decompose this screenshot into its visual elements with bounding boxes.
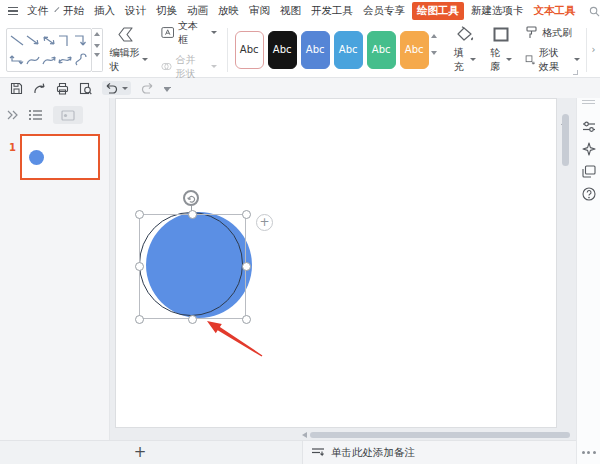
slide-panel-footer: +: [0, 440, 302, 464]
slide-layout-icon[interactable]: [582, 165, 596, 178]
shape-style-preset-3[interactable]: Abc: [301, 31, 330, 69]
fill-button[interactable]: 填充: [447, 26, 483, 74]
thumbnail-view-button[interactable]: [53, 106, 83, 124]
thumbnail-view-icon: [61, 110, 75, 121]
save-button[interactable]: [10, 82, 23, 95]
redo-icon: [141, 82, 154, 94]
tab-home[interactable]: 开始: [60, 3, 87, 19]
resize-handle-n[interactable]: [188, 210, 197, 219]
text-box-icon: [161, 26, 174, 39]
shape-effects-label: 形状效果: [539, 46, 568, 74]
shape-freeform[interactable]: [73, 50, 89, 69]
textbox-merge-group: 文本框 合并形状: [155, 19, 223, 81]
merge-shape-caret-icon: [211, 65, 217, 68]
gallery-scroll-up-icon[interactable]: [94, 32, 100, 36]
tab-new-tab[interactable]: 新建选项卡: [468, 3, 527, 19]
ribbon-expand-button[interactable]: ›: [586, 28, 600, 72]
menu-bar: 文件 开始 插入 设计 切换 动画 放映 审阅 视图 开发工具 会员专享 绘图工…: [0, 0, 600, 22]
quick-add-button[interactable]: +: [256, 214, 273, 231]
sidebar-drag-handle[interactable]: [582, 100, 595, 104]
outline-button[interactable]: 轮廓: [483, 26, 519, 74]
shape-curved-arrow[interactable]: [41, 50, 57, 69]
gallery-more-icon[interactable]: [94, 57, 100, 68]
undo-caret-icon[interactable]: [122, 87, 128, 90]
file-dropdown-icon[interactable]: [54, 7, 59, 12]
canvas-area: +: [110, 98, 576, 440]
hscroll-left-icon[interactable]: [302, 432, 307, 438]
shape-elbow-arrow[interactable]: [73, 31, 89, 50]
selection-bounding-box: [139, 214, 246, 319]
customize-quickbar-icon[interactable]: [164, 84, 170, 92]
menu-file[interactable]: 文件: [24, 3, 51, 19]
style-scroll-up-icon[interactable]: [431, 34, 437, 38]
resize-handle-sw[interactable]: [135, 315, 144, 324]
print-button[interactable]: [56, 82, 69, 95]
edit-shape-group[interactable]: 编辑形状: [103, 26, 155, 74]
quick-access-bar: [0, 78, 600, 98]
smart-beautify-icon[interactable]: [582, 142, 596, 156]
shape-style-preset-6[interactable]: Abc: [400, 31, 429, 69]
shape-line[interactable]: [9, 31, 25, 50]
shape-double-arrow[interactable]: [41, 31, 57, 50]
help-icon[interactable]: [582, 187, 596, 201]
tab-review[interactable]: 审阅: [246, 3, 273, 19]
tab-design[interactable]: 设计: [122, 3, 149, 19]
shape-style-preset-5[interactable]: Abc: [367, 31, 396, 69]
tab-member[interactable]: 会员专享: [360, 3, 408, 19]
redo-button[interactable]: [141, 82, 154, 94]
tab-text-tools[interactable]: 文本工具: [531, 3, 579, 19]
format-painter-icon: [525, 26, 538, 39]
add-slide-button[interactable]: +: [130, 443, 150, 461]
horizontal-scrollbar-track: [302, 431, 570, 438]
shape-style-preset-2[interactable]: Abc: [268, 31, 297, 69]
tab-developer[interactable]: 开发工具: [308, 3, 356, 19]
group-dialog-launcher-icon[interactable]: [573, 70, 578, 75]
horizontal-scrollbar[interactable]: [310, 432, 570, 438]
drawing-tools-ribbon: 编辑形状 文本框 合并形状 Abc Abc Abc: [0, 22, 600, 78]
resize-handle-s[interactable]: [188, 315, 197, 324]
style-more-icon[interactable]: [431, 55, 437, 66]
format-painter-button[interactable]: 格式刷: [525, 26, 580, 40]
shape-curve[interactable]: [25, 50, 41, 69]
fill-caret-icon: [470, 58, 476, 61]
shape-style-preset-4[interactable]: Abc: [334, 31, 363, 69]
shape-effects-button[interactable]: 形状效果: [525, 46, 580, 74]
shape-elbow-connector[interactable]: [57, 31, 73, 50]
output-button[interactable]: [33, 82, 46, 95]
gallery-scroll-down-icon[interactable]: [94, 44, 100, 48]
resize-handle-ne[interactable]: [242, 210, 251, 219]
tab-transition[interactable]: 切换: [153, 3, 180, 19]
merge-shape-label: 合并形状: [176, 53, 205, 81]
tab-view[interactable]: 视图: [277, 3, 304, 19]
slide-canvas[interactable]: +: [115, 98, 557, 428]
text-box-button[interactable]: 文本框: [161, 19, 217, 47]
undo-group: [102, 81, 131, 95]
tab-drawing-tools-active[interactable]: 绘图工具: [412, 2, 464, 20]
tab-slideshow[interactable]: 放映: [215, 3, 242, 19]
print-preview-button[interactable]: [79, 82, 92, 95]
undo-icon[interactable]: [105, 82, 118, 94]
outline-view-icon[interactable]: [28, 109, 43, 121]
shape-curved-double-arrow[interactable]: [57, 50, 73, 69]
properties-tune-icon[interactable]: [582, 120, 596, 133]
shape-arrow[interactable]: [25, 31, 41, 50]
print-icon: [56, 82, 69, 95]
shape-elbow-double-arrow[interactable]: [9, 50, 25, 69]
right-sidebar: [576, 98, 600, 464]
merge-shape-button[interactable]: 合并形状: [161, 53, 217, 81]
resize-handle-nw[interactable]: [135, 210, 144, 219]
rotation-handle[interactable]: [183, 190, 199, 206]
notes-bar[interactable]: 单击此处添加备注: [302, 440, 576, 464]
vertical-scrollbar[interactable]: [562, 114, 569, 166]
sidebar-more-icon[interactable]: [582, 451, 596, 454]
edit-shape-label: 编辑形状: [110, 46, 140, 74]
hamburger-menu-icon[interactable]: [8, 7, 18, 15]
tab-animation[interactable]: 动画: [184, 3, 211, 19]
resize-handle-w[interactable]: [135, 262, 144, 271]
expand-panel-icon[interactable]: [7, 110, 18, 120]
search-control[interactable]: 查找: [589, 4, 600, 18]
tab-insert[interactable]: 插入: [91, 3, 118, 19]
resize-handle-e[interactable]: [242, 262, 251, 271]
slide-thumbnail[interactable]: [20, 134, 100, 180]
shape-style-preset-1[interactable]: Abc: [235, 31, 264, 69]
